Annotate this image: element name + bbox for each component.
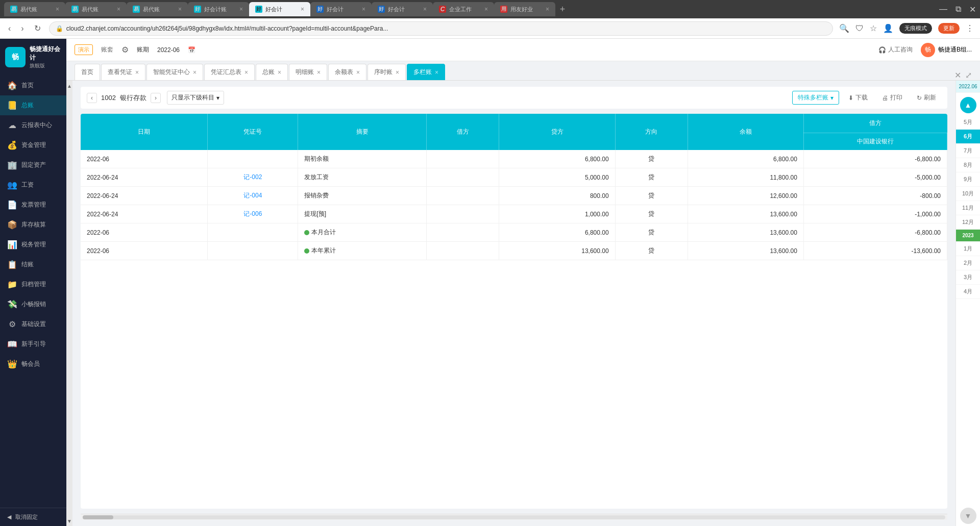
month-2023-2[interactable]: 2月	[956, 256, 980, 270]
sidebar-item-closing[interactable]: 📋 结账	[0, 255, 66, 274]
sidebar-item-invoice[interactable]: 📄 发票管理	[0, 195, 66, 215]
month-6[interactable]: 6月	[956, 130, 980, 144]
period-value[interactable]: 2022-06	[157, 46, 180, 54]
sidebar-item-archive[interactable]: 📁 归档管理	[0, 274, 66, 294]
tab-1[interactable]: 易 易代账 ×	[4, 2, 65, 16]
sidebar-item-payroll[interactable]: 👥 工资	[0, 175, 66, 195]
month-9[interactable]: 9月	[956, 172, 980, 187]
refresh-button[interactable]: ↻	[32, 21, 43, 35]
update-button[interactable]: 更新	[938, 23, 960, 34]
incognito-button[interactable]: 无痕模式	[899, 23, 932, 34]
tab-2-close[interactable]: ×	[117, 6, 120, 13]
settings-icon-topbar[interactable]: ⚙	[121, 45, 129, 55]
consult-button[interactable]: 🎧 人工咨询	[878, 45, 913, 54]
tab-5[interactable]: 好 好会计 ×	[249, 2, 310, 16]
unpin-button[interactable]: ◀ 取消固定	[0, 508, 66, 526]
tab-3-close[interactable]: ×	[178, 6, 182, 13]
close-icon[interactable]: ✕	[969, 5, 976, 14]
page-tab-voucher-summary[interactable]: 凭证汇总表 ×	[204, 64, 255, 80]
month-2023-3[interactable]: 3月	[956, 270, 980, 285]
tab-3[interactable]: 易 易代账 ×	[127, 2, 188, 16]
page-tab-voucher[interactable]: 查看凭证 ×	[101, 64, 145, 80]
tab-8-close[interactable]: ×	[484, 6, 488, 13]
tab-9-close[interactable]: ×	[546, 6, 549, 13]
page-tab-detail-ledger[interactable]: 明细账 ×	[289, 64, 327, 80]
page-tab-general-ledger[interactable]: 总账 ×	[256, 64, 288, 80]
page-tab-voucher-close[interactable]: ×	[135, 69, 139, 76]
tab-6[interactable]: 好 好会计 ×	[310, 2, 372, 16]
month-2023-1[interactable]: 1月	[956, 242, 980, 256]
tab-4-close[interactable]: ×	[239, 6, 243, 13]
sidebar-item-settings[interactable]: ⚙ 基础设置	[0, 314, 66, 334]
tab-9[interactable]: 用 用友好业 ×	[494, 2, 555, 16]
tab-expand-icon[interactable]: ⤢	[965, 70, 972, 80]
month-scroll-down[interactable]: ▼	[960, 508, 976, 524]
cell-voucher[interactable]: 记-006	[208, 205, 298, 223]
month-11[interactable]: 11月	[956, 201, 980, 215]
filter-dropdown[interactable]: 只显示下级科目 ▾	[167, 91, 224, 105]
sidebar-item-inventory[interactable]: 📦 库存核算	[0, 215, 66, 235]
next-account-button[interactable]: ›	[151, 93, 161, 103]
shield-icon[interactable]: 🛡	[855, 24, 864, 33]
special-multicolumn-button[interactable]: 特殊多栏账 ▾	[792, 91, 839, 105]
month-7[interactable]: 7月	[956, 144, 980, 158]
minimize-icon[interactable]: —	[939, 5, 947, 14]
tab-7[interactable]: 好 好会计 ×	[372, 2, 433, 16]
tab-6-close[interactable]: ×	[362, 6, 365, 13]
scroll-up-arrow[interactable]: ▲	[66, 81, 72, 91]
tab-4[interactable]: 好 好会计账 ×	[188, 2, 249, 16]
maximize-icon[interactable]: ⧉	[955, 5, 961, 14]
page-tab-detail-ledger-close[interactable]: ×	[317, 69, 321, 76]
back-button[interactable]: ‹	[6, 22, 13, 35]
tab-close-all-icon[interactable]: ✕	[954, 70, 961, 80]
page-tab-voucher-summary-close[interactable]: ×	[244, 69, 248, 76]
page-tab-balance[interactable]: 余额表 ×	[328, 64, 366, 80]
horizontal-scrollbar[interactable]	[81, 514, 947, 520]
new-tab-button[interactable]: +	[555, 2, 570, 16]
sidebar-item-guide[interactable]: 📖 新手引导	[0, 334, 66, 354]
sidebar-item-funds[interactable]: 💰 资金管理	[0, 135, 66, 155]
cell-voucher[interactable]: 记-004	[208, 187, 298, 205]
tab-1-close[interactable]: ×	[56, 6, 59, 13]
month-8[interactable]: 8月	[956, 158, 980, 172]
page-tab-chronological-close[interactable]: ×	[396, 69, 399, 76]
tab-2[interactable]: 易 易代账 ×	[65, 2, 127, 16]
prev-account-button[interactable]: ‹	[87, 93, 97, 103]
sidebar-item-cloud-report[interactable]: ☁ 云报表中心	[0, 115, 66, 135]
tab-5-close[interactable]: ×	[301, 6, 304, 13]
page-tab-home[interactable]: 首页	[75, 64, 100, 80]
sidebar-item-fixed-assets[interactable]: 🏢 固定资产	[0, 155, 66, 175]
star-icon[interactable]: ☆	[870, 23, 877, 33]
cell-voucher[interactable]: 记-002	[208, 168, 298, 187]
month-5[interactable]: 5月	[956, 115, 980, 130]
download-button[interactable]: ⬇ 下载	[843, 91, 873, 104]
menu-icon[interactable]: ⋮	[966, 23, 974, 33]
month-12[interactable]: 12月	[956, 215, 980, 230]
url-input[interactable]: 🔒 cloud2.chanjet.com/accounting/uh26t264…	[49, 21, 833, 36]
page-tab-multi-column[interactable]: 多栏账 ×	[407, 64, 445, 80]
tab-8[interactable]: C 企业工作 ×	[433, 2, 494, 16]
page-tab-general-ledger-close[interactable]: ×	[278, 69, 281, 76]
calendar-icon[interactable]: 📅	[188, 46, 195, 54]
scroll-thumb[interactable]	[83, 515, 113, 519]
page-tab-multi-column-close[interactable]: ×	[435, 69, 438, 76]
search-icon[interactable]: 🔍	[839, 23, 849, 33]
print-button[interactable]: 🖨 打印	[877, 91, 908, 104]
page-tab-smart-voucher-close[interactable]: ×	[193, 69, 197, 76]
month-2023-4[interactable]: 4月	[956, 285, 980, 299]
month-scroll-up[interactable]: ▲	[960, 97, 976, 113]
page-tab-chronological[interactable]: 序时账 ×	[368, 64, 406, 80]
sidebar-item-home[interactable]: 🏠 首页	[0, 76, 66, 95]
month-10[interactable]: 10月	[956, 187, 980, 201]
sidebar-item-member[interactable]: 👑 畅会员	[0, 354, 66, 374]
page-tab-balance-close[interactable]: ×	[356, 69, 360, 76]
page-tab-smart-voucher[interactable]: 智能凭证中心 ×	[146, 64, 203, 80]
tab-7-close[interactable]: ×	[423, 6, 427, 13]
forward-button[interactable]: ›	[19, 22, 26, 35]
scroll-down-arrow[interactable]: ▼	[66, 516, 72, 526]
sidebar-item-expense[interactable]: 💸 小畅报销	[0, 294, 66, 314]
refresh-button[interactable]: ↻ 刷新	[912, 91, 941, 104]
profile-icon[interactable]: 👤	[883, 23, 893, 33]
sidebar-item-ledger[interactable]: 📒 总账	[0, 95, 66, 115]
sidebar-item-tax[interactable]: 📊 税务管理	[0, 235, 66, 255]
